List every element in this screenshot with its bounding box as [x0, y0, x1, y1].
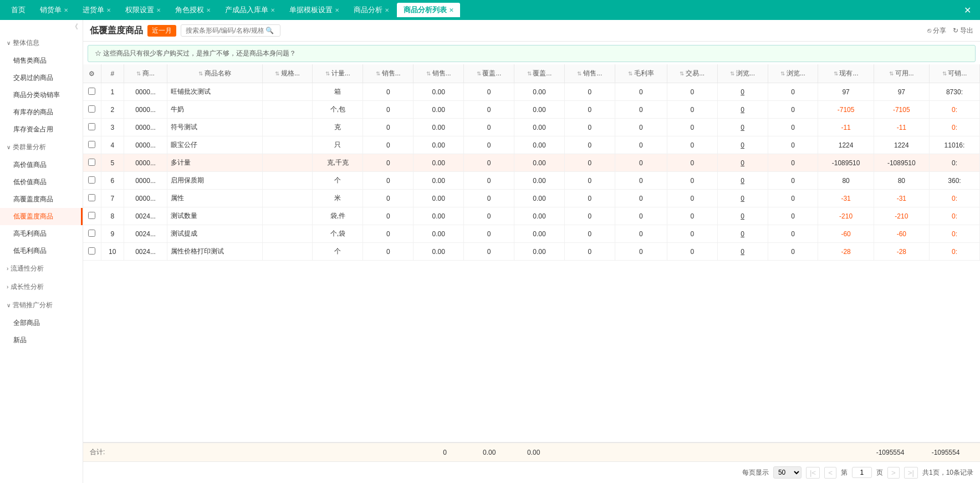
row-avail: -11 [874, 119, 929, 136]
prev-page-button[interactable]: < [824, 467, 836, 479]
nav-sales[interactable]: 销货单 ✕ [33, 3, 75, 17]
close-icon[interactable]: ✕ [335, 7, 339, 13]
nav-permissions[interactable]: 权限设置 ✕ [119, 3, 167, 17]
nav-roles[interactable]: 角色授权 ✕ [169, 3, 217, 17]
th-browse2[interactable]: 浏览... [768, 64, 818, 83]
row-checkbox[interactable] [88, 212, 95, 219]
sidebar-item-high-gross[interactable]: 高毛利商品 [0, 225, 83, 242]
close-icon[interactable]: ✕ [449, 7, 453, 13]
last-page-button[interactable]: >| [904, 467, 918, 479]
nav-analysis-list[interactable]: 商品分析列表 ✕ [397, 3, 460, 17]
row-browse1[interactable]: 0 [717, 207, 768, 225]
row-browse1[interactable]: 0 [717, 119, 768, 136]
table-row: 9 0024... 测试提成 个,袋 0 0.00 0 0.00 0 0 0 0… [83, 225, 980, 243]
row-checkbox[interactable] [88, 194, 95, 201]
row-settings[interactable] [83, 190, 101, 207]
sidebar-section-cluster[interactable]: ∨ 类群量分析 [0, 138, 83, 156]
sidebar-section-marketing[interactable]: ∨ 营销推广分析 [0, 296, 83, 314]
row-settings[interactable] [83, 136, 101, 154]
window-close-button[interactable]: ✕ [959, 5, 976, 16]
sidebar-item-high-value[interactable]: 高价值商品 [0, 156, 83, 174]
th-cover1[interactable]: 覆盖... [464, 64, 514, 83]
nav-purchase[interactable]: 进货单 ✕ [76, 3, 118, 17]
close-icon[interactable]: ✕ [385, 7, 389, 13]
first-page-button[interactable]: |< [806, 467, 820, 479]
row-settings[interactable] [83, 225, 101, 243]
row-settings[interactable] [83, 172, 101, 190]
row-settings[interactable] [83, 154, 101, 172]
row-checkbox[interactable] [88, 159, 95, 166]
close-icon[interactable]: ✕ [106, 7, 111, 13]
page-size-select[interactable]: 50 100 200 [773, 466, 802, 479]
th-code[interactable]: 商... [124, 64, 167, 83]
th-trade[interactable]: 交易... [667, 64, 717, 83]
sidebar-section-growth[interactable]: › 成长性分析 [0, 278, 83, 296]
row-checkbox[interactable] [88, 88, 95, 95]
th-gross[interactable]: 毛利率 [615, 64, 667, 83]
search-input[interactable] [186, 27, 263, 34]
sidebar-item-category-rate[interactable]: 商品分类动销率 [0, 87, 83, 104]
nav-home[interactable]: 首页 [4, 3, 32, 17]
nav-products[interactable]: 产成品入库单 ✕ [218, 3, 282, 17]
row-browse1[interactable]: 0 [717, 225, 768, 243]
nav-templates[interactable]: 单据模板设置 ✕ [283, 3, 346, 17]
th-spec[interactable]: 规格... [262, 64, 313, 83]
close-icon[interactable]: ✕ [64, 7, 68, 13]
close-icon[interactable]: ✕ [156, 7, 161, 13]
share-button[interactable]: ⎋ 分享 [927, 26, 946, 35]
th-saleable[interactable]: 可销... [929, 64, 979, 83]
row-checkbox[interactable] [88, 123, 95, 130]
page-number-input[interactable] [852, 467, 872, 478]
th-unit[interactable]: 计量... [313, 64, 363, 83]
sidebar-item-low-value[interactable]: 低价值商品 [0, 174, 83, 191]
search-icon[interactable]: 🔍 [266, 27, 274, 34]
sidebar-toggle[interactable]: 《 [0, 20, 83, 34]
row-settings[interactable] [83, 243, 101, 261]
next-page-button[interactable]: > [887, 467, 900, 479]
row-settings[interactable] [83, 83, 101, 101]
sidebar-item-high-coverage[interactable]: 高覆盖度商品 [0, 191, 83, 208]
th-sales3[interactable]: 销售... [564, 64, 615, 83]
row-browse1[interactable]: 0 [717, 243, 768, 261]
row-browse1[interactable]: 0 [717, 154, 768, 172]
row-checkbox[interactable] [88, 247, 95, 255]
export-button[interactable]: ↻ 导出 [953, 26, 973, 35]
th-avail[interactable]: 可用... [874, 64, 929, 83]
row-settings[interactable] [83, 101, 101, 119]
sidebar-item-sales-goods[interactable]: 销售类商品 [0, 52, 83, 69]
row-checkbox[interactable] [88, 141, 95, 148]
th-sales2[interactable]: 销售... [414, 64, 464, 83]
close-icon[interactable]: ✕ [206, 7, 211, 13]
sidebar-item-low-coverage[interactable]: 低覆盖度商品 [0, 208, 83, 225]
row-avail: -31 [874, 190, 929, 207]
sidebar-item-low-gross[interactable]: 低毛利商品 [0, 242, 83, 260]
data-table-wrapper[interactable]: ⚙ # 商... 商品名称 规格... 计量... 销售... 销售... 覆盖… [83, 64, 980, 442]
th-browse1[interactable]: 浏览... [717, 64, 768, 83]
sidebar-item-all-goods[interactable]: 全部商品 [0, 314, 83, 332]
row-browse1[interactable]: 0 [717, 101, 768, 119]
row-browse1[interactable]: 0 [717, 190, 768, 207]
nav-analysis[interactable]: 商品分析 ✕ [347, 3, 396, 17]
sidebar-item-stock-funds[interactable]: 库存资金占用 [0, 121, 83, 138]
row-checkbox[interactable] [88, 176, 95, 184]
th-stock[interactable]: 现有... [818, 64, 874, 83]
th-sales1[interactable]: 销售... [363, 64, 414, 83]
period-button[interactable]: 近一月 [147, 25, 176, 37]
row-checkbox[interactable] [88, 230, 95, 237]
sidebar-section-circulation[interactable]: › 流通性分析 [0, 260, 83, 278]
th-name[interactable]: 商品名称 [167, 64, 262, 83]
sidebar-item-traded-goods[interactable]: 交易过的商品 [0, 69, 83, 87]
row-settings[interactable] [83, 207, 101, 225]
th-cover2[interactable]: 覆盖... [514, 64, 565, 83]
row-settings[interactable] [83, 119, 101, 136]
row-browse1[interactable]: 0 [717, 172, 768, 190]
sidebar-item-new-goods[interactable]: 新品 [0, 332, 83, 349]
close-icon[interactable]: ✕ [270, 7, 275, 13]
th-settings[interactable]: ⚙ [83, 64, 101, 83]
row-checkbox[interactable] [88, 105, 95, 113]
row-browse1[interactable]: 0 [717, 83, 768, 101]
sidebar-item-stocked-goods[interactable]: 有库存的商品 [0, 104, 83, 121]
row-browse1[interactable]: 0 [717, 136, 768, 154]
row-unit: 袋,件 [313, 207, 363, 225]
sidebar-section-overall[interactable]: ∨ 整体信息 [0, 34, 83, 52]
